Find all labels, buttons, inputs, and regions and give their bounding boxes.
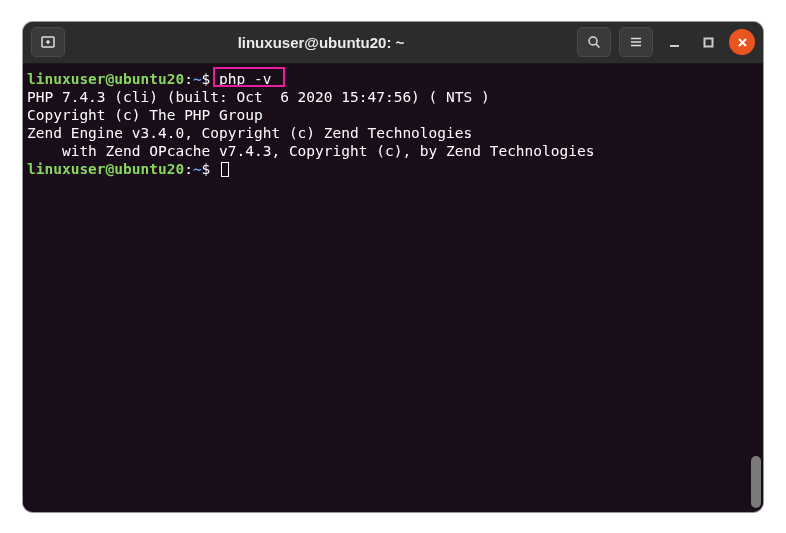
output-line: with Zend OPcache v7.4.3, Copyright (c),… <box>27 142 759 160</box>
svg-rect-9 <box>704 38 712 46</box>
close-icon <box>737 37 748 48</box>
svg-line-4 <box>596 44 600 48</box>
prompt-path: ~ <box>193 161 202 177</box>
svg-point-3 <box>589 37 597 45</box>
prompt-line-1: linuxuser@ubuntu20:~$ php -v <box>27 70 759 88</box>
close-button[interactable] <box>729 29 755 55</box>
cursor <box>221 162 229 177</box>
window-title: linuxuser@ubuntu20: ~ <box>73 34 569 51</box>
title-bar: linuxuser@ubuntu20: ~ <box>23 22 763 64</box>
output-line: Zend Engine v3.4.0, Copyright (c) Zend T… <box>27 124 759 142</box>
menu-button[interactable] <box>619 27 653 57</box>
prompt-user: linuxuser@ubuntu20 <box>27 161 184 177</box>
prompt-sep1: : <box>184 71 193 87</box>
prompt-path: ~ <box>193 71 202 87</box>
search-button[interactable] <box>577 27 611 57</box>
minimize-icon <box>669 37 680 48</box>
terminal-window: linuxuser@ubuntu20: ~ linuxuser@ubuntu20… <box>23 22 763 512</box>
output-line: Copyright (c) The PHP Group <box>27 106 759 124</box>
terminal-content[interactable]: linuxuser@ubuntu20:~$ php -v PHP 7.4.3 (… <box>23 64 763 512</box>
command-text: php -v <box>210 71 271 87</box>
maximize-icon <box>703 37 714 48</box>
minimize-button[interactable] <box>661 29 687 55</box>
prompt-user: linuxuser@ubuntu20 <box>27 71 184 87</box>
new-tab-button[interactable] <box>31 27 65 57</box>
search-icon <box>586 34 602 50</box>
prompt-sep1: : <box>184 161 193 177</box>
scrollbar-thumb[interactable] <box>751 456 761 508</box>
cursor-gap <box>210 161 219 177</box>
prompt-line-2: linuxuser@ubuntu20:~$ <box>27 160 759 178</box>
new-tab-icon <box>40 34 56 50</box>
output-line: PHP 7.4.3 (cli) (built: Oct 6 2020 15:47… <box>27 88 759 106</box>
maximize-button[interactable] <box>695 29 721 55</box>
hamburger-icon <box>628 34 644 50</box>
